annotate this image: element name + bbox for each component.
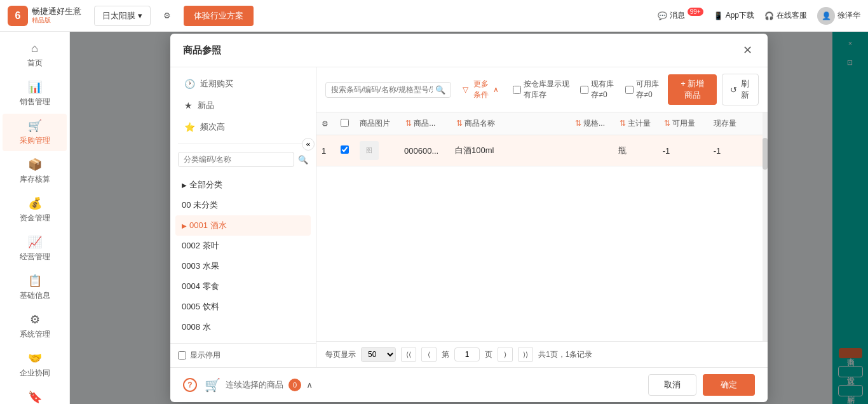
category-0001[interactable]: ▶ 0001 酒水 (175, 215, 311, 236)
sidebar-item-inventory[interactable]: 📦 库存核算 (3, 152, 67, 190)
sidebar-item-system[interactable]: ⚙ 系统管理 (3, 307, 67, 345)
show-disabled-checkbox[interactable] (178, 351, 186, 360)
available-ne0-checkbox-input[interactable] (625, 86, 634, 94)
clock-icon: 🕐 (184, 79, 195, 89)
modal-footer: ? 🛒 连续选择的商品 0 ∧ 取消 确定 (170, 367, 768, 402)
category-0004-label: 0004 零食 (182, 281, 219, 292)
sidebar-item-operations[interactable]: 📈 经营管理 (3, 230, 67, 267)
user-avatar[interactable]: 👤 徐泽华 (817, 7, 860, 25)
add-product-btn[interactable]: + 新增商品 (668, 74, 717, 105)
table-row[interactable]: 1 图 000600... 白 (316, 135, 768, 166)
sort-icon-code: ⇅ (405, 119, 412, 128)
sidebar-item-guide[interactable]: 🔖 新手引导 (3, 385, 67, 404)
logo-sub: 精品版 (32, 16, 81, 25)
td-available: -1 (658, 135, 709, 166)
tab-new-products[interactable]: ★ 新品 (178, 95, 308, 116)
select-all-checkbox[interactable] (341, 119, 349, 127)
first-page-btn[interactable]: ⟨⟨ (401, 347, 416, 362)
modal-close-btn[interactable]: ✕ (740, 43, 755, 58)
th-name[interactable]: ⇅ 商品名称 (450, 112, 569, 135)
category-search-icon[interactable]: 🔍 (298, 155, 308, 165)
sidebar-item-basics[interactable]: 📋 基础信息 (3, 269, 67, 306)
next-page-btn[interactable]: ⟩ (498, 347, 513, 362)
filter-checkboxes: 按仓库显示现有库存 现有库存≠0 可用库存≠0 (513, 79, 663, 100)
experience-btn[interactable]: 体验行业方案 (184, 6, 254, 26)
category-0005[interactable]: 0005 饮料 (175, 297, 311, 317)
category-0004[interactable]: 0004 零食 (175, 276, 311, 297)
modal-left-panel: 🕐 近期购买 ★ 新品 ⭐ 频次高 (170, 67, 316, 367)
sidebar-item-home[interactable]: ⌂ 首页 (3, 37, 67, 74)
tab-recent-purchase[interactable]: 🕐 近期购买 (178, 74, 308, 94)
search-icon[interactable]: 🔍 (435, 85, 445, 95)
avatar-circle: 👤 (817, 7, 835, 25)
page-size-select[interactable]: 50 100 200 (361, 347, 396, 362)
cart-collapse-icon[interactable]: ∧ (306, 380, 313, 390)
th-spec[interactable]: ⇅ 规格... (569, 112, 613, 135)
app-download-btn[interactable]: 📱 App下载 (714, 10, 754, 21)
modal-right-panel: 🔍 ▽ 更多条件 ∧ 按仓库显示现有库存 (316, 67, 768, 367)
stock-ne0-checkbox-input[interactable] (580, 86, 588, 94)
sidebar-label-finance: 资金管理 (20, 213, 50, 224)
page-number-input[interactable] (454, 347, 480, 361)
scrollbar-thumb[interactable] (763, 138, 768, 170)
star-icon: ★ (184, 100, 193, 111)
show-disabled-label[interactable]: 显示停用 (190, 350, 220, 361)
pagination-bar: 每页显示 50 100 200 ⟨⟨ ⟨ 第 页 (316, 341, 768, 367)
last-page-btn[interactable]: ⟩⟩ (518, 347, 533, 362)
collapse-panel-btn[interactable]: « (302, 138, 315, 151)
modal-left-footer: 显示停用 (170, 343, 316, 367)
sidebar-item-collab[interactable]: 🤝 企业协同 (3, 346, 67, 384)
column-settings-icon[interactable]: ⚙ (322, 119, 329, 128)
expand-icon: ▶ (182, 182, 187, 189)
product-search-input[interactable] (331, 85, 433, 94)
category-0008[interactable]: 0008 水 (175, 317, 311, 337)
category-all[interactable]: ▶ 全部分类 (175, 175, 311, 195)
category-0002[interactable]: 0002 茶叶 (175, 236, 311, 256)
right-toolbar: 🔍 ▽ 更多条件 ∧ 按仓库显示现有库存 (316, 67, 768, 112)
stock-ne0-label: 现有库存≠0 (591, 79, 618, 100)
customer-service-btn[interactable]: 🎧 在线客服 (764, 10, 807, 21)
table-scroll[interactable]: ⚙ 商品图片 ⇅ 商品... (316, 112, 768, 341)
page-label: 第 (442, 349, 449, 360)
prev-page-btn[interactable]: ⟨ (421, 347, 437, 362)
operations-icon: 📈 (28, 235, 42, 249)
page-unit: 页 (485, 349, 492, 360)
tab-freq-label: 频次高 (200, 121, 225, 133)
filter-icon: ▽ (463, 85, 468, 94)
tab-frequent[interactable]: ⭐ 频次高 (178, 117, 308, 137)
category-search-input[interactable] (178, 152, 294, 167)
sidebar-item-purchase[interactable]: 🛒 采购管理 (3, 114, 67, 151)
message-btn[interactable]: 💬 消息 99+ (658, 10, 703, 21)
sidebar-label-home: 首页 (27, 58, 43, 69)
basics-icon: 📋 (28, 274, 42, 288)
td-code: 000600... (399, 135, 450, 166)
sort-icon-spec: ⇅ (575, 119, 581, 128)
category-00[interactable]: 00 未分类 (175, 195, 311, 215)
cancel-btn[interactable]: 取消 (648, 374, 696, 396)
filter-arrow-icon: ∧ (493, 85, 499, 94)
th-available[interactable]: ⇅ 可用量 (658, 112, 709, 135)
th-code[interactable]: ⇅ 商品... (399, 112, 450, 135)
sidebar-item-sales[interactable]: 📊 销售管理 (3, 75, 67, 112)
filter-btn[interactable]: ▽ 更多条件 ∧ (456, 76, 505, 104)
home-icon: ⌂ (31, 42, 38, 55)
warehouse-checkbox-input[interactable] (513, 86, 521, 94)
filter-label: 更多条件 (471, 79, 491, 100)
checkbox-stock-ne0[interactable]: 现有库存≠0 (580, 79, 618, 100)
branch-dropdown[interactable]: 日太阳膜 ▾ (94, 6, 151, 26)
category-0010[interactable]: 0010 家电 (175, 337, 311, 343)
confirm-btn[interactable]: 确定 (703, 374, 755, 396)
th-settings[interactable]: ⚙ (316, 112, 336, 135)
row-checkbox[interactable] (341, 145, 349, 154)
checkbox-available-ne0[interactable]: 可用库存≠0 (625, 79, 663, 100)
system-icon: ⚙ (30, 313, 40, 327)
refresh-product-btn[interactable]: ↺ 刷新 (722, 74, 759, 105)
sidebar-item-finance[interactable]: 💰 资金管理 (3, 191, 67, 229)
category-0003[interactable]: 0003 水果 (175, 256, 311, 276)
td-checkbox (336, 135, 355, 166)
help-icon[interactable]: ? (183, 378, 197, 392)
checkbox-warehouse[interactable]: 按仓库显示现有库存 (513, 79, 573, 100)
product-reference-modal: 商品参照 ✕ 🕐 近期购买 ★ (170, 34, 768, 402)
settings-icon[interactable]: ⚙ (157, 6, 177, 26)
th-unit[interactable]: ⇅ 主计量 (613, 112, 658, 135)
